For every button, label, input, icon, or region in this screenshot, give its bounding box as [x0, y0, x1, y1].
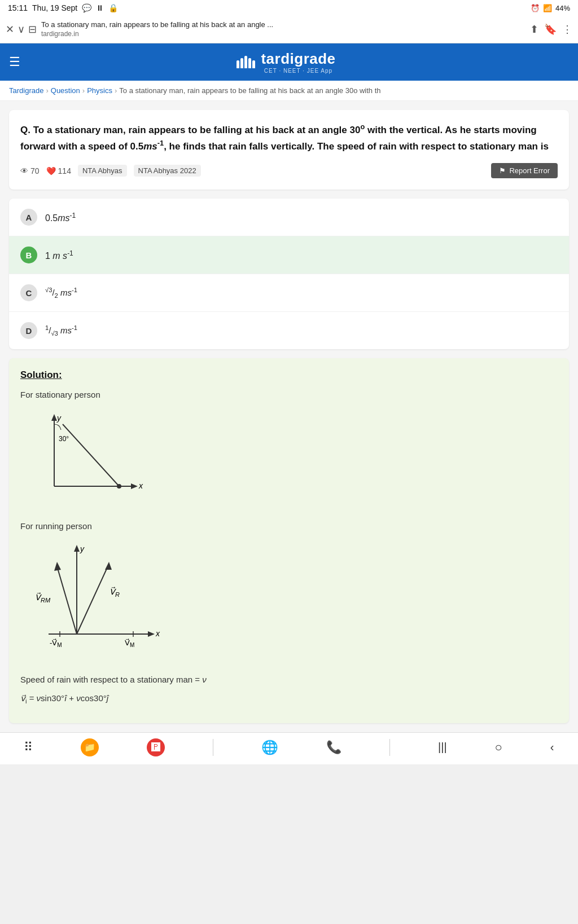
option-label-a: A [20, 209, 37, 226]
question-card: Q. To a stationary man, rain appears to … [9, 110, 569, 190]
svg-text:x: x [155, 629, 160, 638]
flag-icon: ⚑ [499, 166, 506, 175]
back-chevron[interactable]: ‹ [550, 741, 554, 754]
home-circle[interactable]: ○ [495, 740, 502, 755]
grid-nav-icon[interactable]: ⠿ [24, 740, 33, 755]
svg-line-18 [77, 566, 108, 634]
svg-marker-13 [148, 631, 155, 637]
alarm-icon: ⏰ [531, 4, 540, 12]
option-text-b: 1 m s-1 [45, 249, 73, 261]
question-meta: 👁 70 ❤️ 114 NTA Abhyas NTA Abhyas 2022 ⚑… [20, 163, 558, 178]
svg-text:V⃗M: V⃗M [125, 639, 134, 648]
phone-nav-icon[interactable]: 📞 [326, 740, 341, 755]
svg-text:V⃗R: V⃗R [110, 587, 120, 598]
breadcrumb-physics[interactable]: Physics [87, 86, 112, 95]
breadcrumb-question[interactable]: Question [51, 86, 80, 95]
share-icon[interactable]: ⬆ [530, 23, 538, 36]
tag-nta-abhyas-2022[interactable]: NTA Abhyas 2022 [134, 165, 201, 177]
home-bar: ||| [438, 741, 447, 754]
status-date: Thu, 19 Sept [32, 3, 77, 12]
svg-point-8 [117, 484, 121, 489]
heart-icon: ❤️ [46, 166, 56, 175]
svg-text:y: y [56, 413, 62, 423]
svg-line-6 [63, 424, 119, 486]
tabs-icon[interactable]: ⊟ [28, 23, 37, 36]
nav-divider-2 [389, 739, 390, 756]
option-text-c: √3/2 ms-1 [45, 287, 77, 299]
browser-actions: ⬆ 🔖 ⋮ [530, 23, 572, 36]
tag-nta-abhyas[interactable]: NTA Abhyas [78, 165, 127, 177]
breadcrumb-sep-2: › [82, 86, 85, 95]
option-text-a: 0.5ms-1 [45, 212, 76, 223]
option-text-d: 1/√3 ms-1 [45, 324, 77, 337]
main-content: Q. To a stationary man, rain appears to … [0, 101, 578, 732]
eye-icon: 👁 [20, 166, 28, 175]
option-label-d: D [20, 322, 37, 339]
svg-text:V⃗RM: V⃗RM [35, 592, 51, 604]
battery-level: 44% [555, 4, 570, 12]
like-count: ❤️ 114 [46, 166, 71, 175]
logo-area: tardigrade CET · NEET · JEE App [237, 50, 335, 74]
svg-line-15 [57, 566, 77, 634]
browser-nav-icons: ✕ ∨ ⊟ [6, 23, 37, 36]
solution-para-4: v⃗i = νsin30°î + νcos30°ĵ [20, 692, 558, 706]
svg-marker-16 [54, 562, 61, 571]
message-icon: 💬 [82, 3, 91, 12]
options-section: A 0.5ms-1 B 1 m s-1 C √3/2 ms-1 D 1/√3 m… [9, 199, 569, 349]
option-row-b[interactable]: B 1 m s-1 [9, 236, 569, 274]
svg-text:30°: 30° [59, 435, 69, 443]
solution-section: Solution: For stationary person y x 30° [9, 358, 569, 723]
question-text: Q. To a stationary man, rain appears to … [20, 121, 558, 154]
nav-divider [213, 739, 213, 756]
hamburger-menu[interactable]: ☰ [9, 55, 20, 69]
svg-marker-4 [131, 483, 138, 489]
option-row-a[interactable]: A 0.5ms-1 [9, 199, 569, 236]
svg-marker-1 [51, 414, 57, 421]
bookmark-icon[interactable]: 🔖 [544, 23, 557, 36]
option-row-c[interactable]: C √3/2 ms-1 [9, 274, 569, 312]
url-sub-text: tardigrade.in [41, 30, 526, 39]
files-icon[interactable]: 📁 [81, 738, 99, 756]
option-row-d[interactable]: D 1/√3 ms-1 [9, 312, 569, 349]
svg-text:y: y [80, 544, 85, 553]
browser-bar: ✕ ∨ ⊟ To a stationary man, rain appears … [0, 16, 578, 43]
solution-title: Solution: [20, 369, 558, 381]
diagram-running-svg: y x V⃗RM V⃗R -V⃗M V⃗M [20, 538, 178, 662]
diagram-stationary: y x 30° [20, 407, 558, 511]
breadcrumb-sep-3: › [115, 86, 117, 95]
svg-text:-V⃗M: -V⃗M [50, 639, 62, 648]
logo-text: tardigrade [261, 50, 335, 68]
status-bar: 15:11 Thu, 19 Sept 💬 ⏸ 🔒 ⏰ 📶 44% [0, 0, 578, 16]
close-icon[interactable]: ✕ [6, 23, 14, 36]
logo-subtitle: CET · NEET · JEE App [261, 68, 335, 74]
files-nav-icon[interactable]: 📁 [81, 738, 99, 756]
world-nav-icon[interactable]: 🌐 [261, 740, 278, 755]
chevron-down-icon[interactable]: ∨ [17, 23, 25, 36]
report-error-button[interactable]: ⚑ Report Error [491, 163, 558, 178]
signal-icon: 📶 [543, 4, 552, 12]
bottom-navigation: ⠿ 📁 🅿 🌐 📞 ||| ○ ‹ [0, 732, 578, 764]
question-prefix: Q. [20, 125, 33, 135]
svg-marker-19 [105, 562, 112, 570]
url-bar[interactable]: To a stationary man, rain appears to be … [41, 20, 526, 38]
url-main-text: To a stationary man, rain appears to be … [41, 20, 526, 30]
app-header: ☰ tardigrade CET · NEET · JEE App [0, 43, 578, 81]
solution-para-3: Speed of rain with respect to a stationa… [20, 674, 558, 687]
diagram-running: y x V⃗RM V⃗R -V⃗M V⃗M [20, 538, 558, 665]
breadcrumb-tardigrade[interactable]: Tardigrade [9, 86, 43, 95]
red-app-icon[interactable]: 🅿 [147, 738, 165, 756]
solution-para-1: For stationary person [20, 389, 558, 402]
option-label-b: B [20, 247, 37, 263]
breadcrumb: Tardigrade › Question › Physics › To a s… [0, 81, 578, 101]
breadcrumb-current: To a stationary man, rain appears to be … [119, 86, 380, 95]
more-icon[interactable]: ⋮ [562, 23, 572, 36]
lock-icon: 🔒 [108, 3, 118, 12]
solution-para-2: For running person [20, 520, 558, 533]
pause-icon: ⏸ [96, 3, 104, 12]
breadcrumb-sep-1: › [46, 86, 48, 95]
svg-marker-10 [74, 545, 80, 552]
status-time: 15:11 [8, 3, 28, 12]
logo-icon [237, 56, 255, 68]
app-icon[interactable]: 🅿 [147, 738, 165, 756]
option-label-c: C [20, 284, 37, 301]
